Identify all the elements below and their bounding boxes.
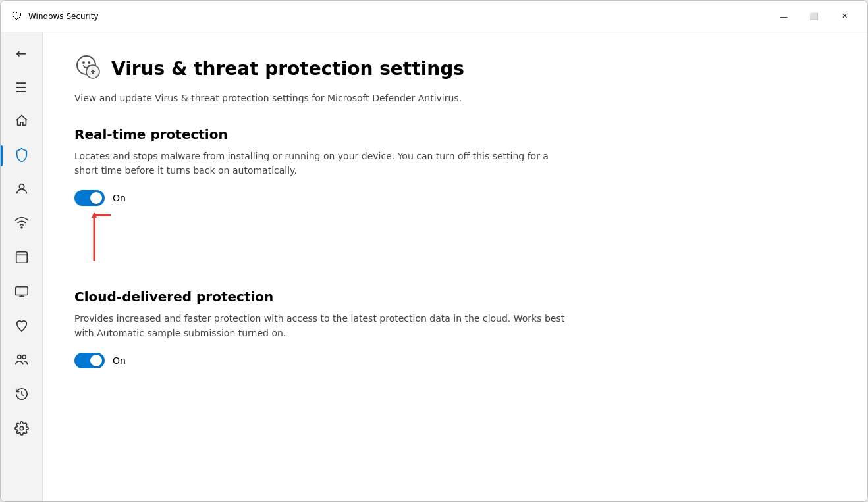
sidebar-item-settings[interactable]: [1, 414, 42, 445]
settings-icon: [14, 421, 29, 439]
window-controls: — ⬜ ✕: [769, 6, 859, 27]
app-browser-icon: [14, 250, 29, 268]
annotation-container: [74, 209, 836, 268]
realtime-toggle-label: On: [113, 193, 126, 203]
cloud-toggle-row: On: [74, 353, 836, 368]
sidebar-item-health[interactable]: [1, 311, 42, 343]
menu-icon: ☰: [16, 80, 28, 95]
cloud-toggle-label: On: [113, 355, 126, 366]
cloud-toggle-track: [74, 353, 105, 368]
svg-rect-3: [15, 286, 27, 295]
minimize-button[interactable]: —: [769, 6, 799, 27]
realtime-protection-title: Real-time protection: [74, 126, 836, 142]
realtime-toggle-row: On: [74, 190, 836, 206]
cloud-toggle-thumb: [90, 355, 102, 366]
window-title: Windows Security: [28, 12, 99, 21]
network-icon: [14, 216, 29, 234]
cloud-toggle[interactable]: [74, 353, 105, 368]
svg-point-4: [17, 355, 20, 359]
svg-point-6: [20, 426, 24, 430]
title-bar-left: 🛡 Windows Security: [11, 11, 99, 22]
sidebar-item-device[interactable]: [1, 277, 42, 309]
realtime-toggle[interactable]: [74, 190, 105, 206]
shield-icon: [14, 147, 29, 165]
page-title: Virus & threat protection settings: [111, 58, 464, 80]
family-icon: [14, 353, 29, 370]
sidebar-item-home[interactable]: [1, 106, 42, 138]
sidebar-item-shield[interactable]: [1, 140, 42, 172]
svg-point-9: [88, 61, 90, 64]
main-content: Virus & threat protection settings View …: [43, 32, 867, 501]
app-icon: 🛡: [11, 11, 23, 22]
close-button[interactable]: ✕: [829, 6, 859, 27]
sidebar-item-family[interactable]: [1, 345, 42, 377]
sidebar: ← ☰: [1, 32, 43, 501]
cloud-protection-desc: Provides increased and faster protection…: [74, 311, 575, 341]
red-arrow: [74, 209, 153, 268]
history-icon: [14, 387, 29, 405]
svg-point-8: [82, 61, 85, 64]
svg-point-0: [19, 184, 24, 188]
svg-rect-2: [16, 251, 27, 263]
sidebar-item-history[interactable]: [1, 380, 42, 411]
realtime-toggle-track: [74, 190, 105, 206]
page-header: Virus & threat protection settings: [74, 53, 836, 84]
realtime-protection-section: Real-time protection Locates and stops m…: [74, 126, 836, 268]
sidebar-item-back[interactable]: ←: [1, 38, 42, 69]
sidebar-item-app[interactable]: [1, 243, 42, 274]
sidebar-item-account[interactable]: [1, 174, 42, 206]
title-bar: 🛡 Windows Security — ⬜ ✕: [1, 1, 867, 32]
maximize-button[interactable]: ⬜: [799, 6, 829, 27]
app-window: 🛡 Windows Security — ⬜ ✕ ← ☰: [0, 0, 868, 502]
device-icon: [14, 284, 29, 302]
account-icon: [14, 182, 29, 199]
app-body: ← ☰: [1, 32, 867, 501]
svg-point-1: [21, 226, 22, 228]
realtime-toggle-thumb: [90, 192, 102, 204]
page-header-icon: [74, 53, 101, 84]
sidebar-item-menu[interactable]: ☰: [1, 72, 42, 103]
sidebar-item-network[interactable]: [1, 209, 42, 240]
cloud-protection-title: Cloud-delivered protection: [74, 289, 836, 305]
home-icon: [14, 113, 29, 131]
realtime-protection-desc: Locates and stops malware from installin…: [74, 149, 575, 178]
health-icon: [14, 318, 29, 336]
page-subtitle: View and update Virus & threat protectio…: [74, 91, 575, 105]
svg-point-5: [22, 355, 25, 359]
back-icon: ←: [16, 45, 27, 61]
cloud-protection-section: Cloud-delivered protection Provides incr…: [74, 289, 836, 368]
